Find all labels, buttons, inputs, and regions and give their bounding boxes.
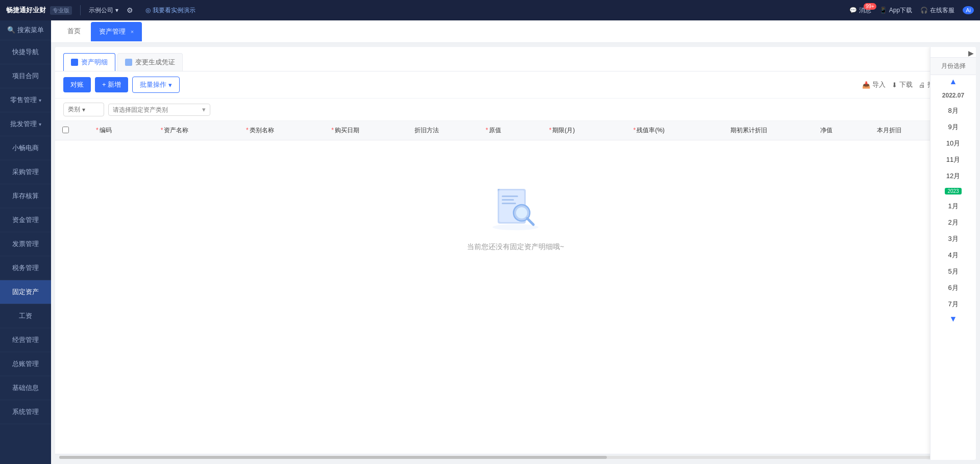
col-name: *资产名称 bbox=[132, 121, 217, 140]
sidebar-item-capital-mgmt[interactable]: 资金管理 bbox=[0, 208, 51, 232]
col-code: *编码 bbox=[76, 121, 132, 140]
download-icon: 📱 bbox=[879, 7, 887, 14]
sidebar-item-project-contract[interactable]: 项目合同 bbox=[0, 64, 51, 88]
sidebar-item-invoice-mgmt[interactable]: 发票管理 bbox=[0, 232, 51, 256]
batch-ops-button[interactable]: 批量操作 ▾ bbox=[132, 77, 180, 93]
top-bar: 畅捷通好业财 专业版 示例公司 ▾ ⚙ ◎ 我要看实例演示 💬 消息 99+ 📱… bbox=[0, 0, 980, 20]
col-purchase-date: *购买日期 bbox=[303, 121, 388, 140]
empty-state: 当前您还没有固定资产明细哦~ bbox=[55, 140, 976, 292]
assets-table: *编码 *资产名称 *类别名称 *购买日期 折旧方法 *原值 *期限(月) *残… bbox=[55, 121, 976, 292]
month-panel-header: 月份选择 bbox=[930, 58, 976, 75]
sidebar-item-general-ledger[interactable]: 总账管理 bbox=[0, 352, 51, 376]
demo-link[interactable]: ◎ 我要看实例演示 bbox=[145, 6, 195, 15]
main-layout: 🔍 搜索菜单 快捷导航 项目合同 零售管理 ▾ 批发管理 ▾ 小畅电商 采购管理… bbox=[0, 20, 980, 464]
batch-expand-icon: ▾ bbox=[39, 121, 41, 127]
month-12[interactable]: 12月 bbox=[930, 168, 976, 184]
sidebar-item-ecommerce[interactable]: 小畅电商 bbox=[0, 136, 51, 160]
import-icon: 📥 bbox=[862, 81, 870, 89]
col-net-value: 净值 bbox=[802, 121, 850, 140]
sidebar-item-batch-mgmt[interactable]: 批发管理 ▾ bbox=[0, 112, 51, 136]
main-panel: 资产明细 变更生成凭证 对账 + 新增 批量操作 ▾ bbox=[55, 47, 976, 460]
month-8[interactable]: 8月 bbox=[930, 103, 976, 119]
sidebar-item-basic-info[interactable]: 基础信息 bbox=[0, 376, 51, 400]
empty-illustration bbox=[485, 181, 546, 232]
reconcile-button[interactable]: 对账 bbox=[63, 77, 91, 92]
empty-text: 当前您还没有固定资产明细哦~ bbox=[467, 242, 564, 252]
tab-close-icon[interactable]: × bbox=[131, 29, 134, 35]
app-download-button[interactable]: 📱 App下载 bbox=[879, 6, 912, 15]
tab-home[interactable]: 首页 bbox=[59, 21, 89, 42]
sidebar-item-quick-nav[interactable]: 快捷导航 bbox=[0, 40, 51, 64]
sidebar-item-retail-mgmt[interactable]: 零售管理 ▾ bbox=[0, 88, 51, 112]
batch-chevron-icon: ▾ bbox=[168, 81, 172, 89]
scroll-thumb[interactable] bbox=[59, 456, 607, 459]
inner-tab-change-voucher[interactable]: 变更生成凭证 bbox=[117, 53, 183, 71]
sidebar-item-purchase-mgmt[interactable]: 采购管理 bbox=[0, 160, 51, 184]
month-selector-panel: ▶ 月份选择 ▲ 2022.07 8月 9月 10月 11月 12月 2023 … bbox=[930, 47, 976, 460]
empty-row: 当前您还没有固定资产明细哦~ bbox=[55, 140, 976, 293]
col-category: *类别名称 bbox=[217, 121, 303, 140]
year-2022-label: 2022.07 bbox=[930, 88, 976, 103]
month-10[interactable]: 10月 bbox=[930, 135, 976, 152]
tab-bar: 首页 资产管理 × bbox=[51, 20, 980, 43]
add-button[interactable]: + 新增 bbox=[95, 77, 128, 92]
category-input[interactable] bbox=[108, 104, 210, 116]
chevron-up-icon: ▲ bbox=[949, 77, 958, 86]
col-period: *期限(月) bbox=[522, 121, 602, 140]
company-selector[interactable]: 示例公司 ▾ bbox=[89, 6, 118, 15]
user-icon: Ai bbox=[963, 6, 974, 14]
svg-line-8 bbox=[527, 218, 533, 225]
category-filter[interactable]: 类别 ▾ bbox=[63, 103, 104, 116]
inner-tabs: 资产明细 变更生成凭证 bbox=[55, 47, 976, 71]
collapse-panel-icon[interactable]: ▶ bbox=[968, 49, 974, 57]
sidebar-item-tax-mgmt[interactable]: 税务管理 bbox=[0, 256, 51, 280]
app-subtitle: 专业版 bbox=[50, 6, 72, 15]
month-6[interactable]: 6月 bbox=[930, 280, 976, 296]
col-residual-rate: *残值率(%) bbox=[602, 121, 696, 140]
month-11[interactable]: 11月 bbox=[930, 152, 976, 168]
sidebar: 🔍 搜索菜单 快捷导航 项目合同 零售管理 ▾ 批发管理 ▾ 小畅电商 采购管理… bbox=[0, 20, 51, 464]
bottom-scrollbar[interactable] bbox=[55, 454, 976, 460]
filter-chevron-icon: ▾ bbox=[82, 106, 85, 113]
sidebar-item-fixed-assets[interactable]: 固定资产 bbox=[0, 280, 51, 304]
month-1[interactable]: 1月 bbox=[930, 198, 976, 214]
month-down-arrow[interactable]: ▼ bbox=[930, 312, 976, 326]
month-up-arrow[interactable]: ▲ bbox=[930, 75, 976, 88]
sidebar-item-salary[interactable]: 工资 bbox=[0, 304, 51, 328]
company-name: 示例公司 bbox=[89, 6, 113, 15]
inner-tab-asset-detail[interactable]: 资产明细 bbox=[63, 53, 115, 71]
select-all-checkbox[interactable] bbox=[62, 127, 69, 133]
print-icon: 🖨 bbox=[919, 81, 925, 89]
tab-asset-mgmt[interactable]: 资产管理 × bbox=[91, 22, 142, 41]
download-button[interactable]: ⬇ 下载 bbox=[892, 80, 913, 89]
svg-rect-4 bbox=[502, 199, 514, 201]
category-dropdown-icon: ▾ bbox=[202, 106, 206, 113]
sidebar-item-system-mgmt[interactable]: 系统管理 bbox=[0, 400, 51, 424]
retail-expand-icon: ▾ bbox=[39, 97, 41, 103]
col-depreciation-method: 折旧方法 bbox=[388, 121, 465, 140]
month-7[interactable]: 7月 bbox=[930, 296, 976, 312]
table-header-row: *编码 *资产名称 *类别名称 *购买日期 折旧方法 *原值 *期限(月) *残… bbox=[55, 121, 976, 140]
sidebar-item-inventory[interactable]: 库存核算 bbox=[0, 184, 51, 208]
toolbar: 对账 + 新增 批量操作 ▾ 📥 导入 ⬇ 下载 bbox=[55, 71, 976, 99]
headset-icon: 🎧 bbox=[920, 7, 928, 14]
select-all-header[interactable] bbox=[55, 121, 76, 140]
svg-point-7 bbox=[516, 207, 527, 218]
year-2023-badge: 2023 bbox=[930, 184, 976, 198]
month-5[interactable]: 5月 bbox=[930, 263, 976, 280]
messages-button[interactable]: 💬 消息 99+ bbox=[849, 6, 871, 15]
settings-button[interactable]: ⚙ bbox=[127, 6, 133, 14]
month-4[interactable]: 4月 bbox=[930, 247, 976, 263]
col-original-value: *原值 bbox=[465, 121, 522, 140]
table-container: *编码 *资产名称 *类别名称 *购买日期 折旧方法 *原值 *期限(月) *残… bbox=[55, 121, 976, 454]
import-button[interactable]: 📥 导入 bbox=[862, 80, 886, 89]
sidebar-item-operations-mgmt[interactable]: 经营管理 bbox=[0, 328, 51, 352]
month-9[interactable]: 9月 bbox=[930, 119, 976, 135]
month-3[interactable]: 3月 bbox=[930, 231, 976, 247]
user-avatar[interactable]: Ai bbox=[963, 6, 974, 14]
sidebar-item-search[interactable]: 🔍 搜索菜单 bbox=[0, 20, 51, 40]
month-2[interactable]: 2月 bbox=[930, 214, 976, 231]
filter-bar: 类别 ▾ ▾ bbox=[55, 99, 976, 121]
chevron-down-icon: ▼ bbox=[949, 314, 958, 324]
online-service-button[interactable]: 🎧 在线客服 bbox=[920, 6, 954, 15]
